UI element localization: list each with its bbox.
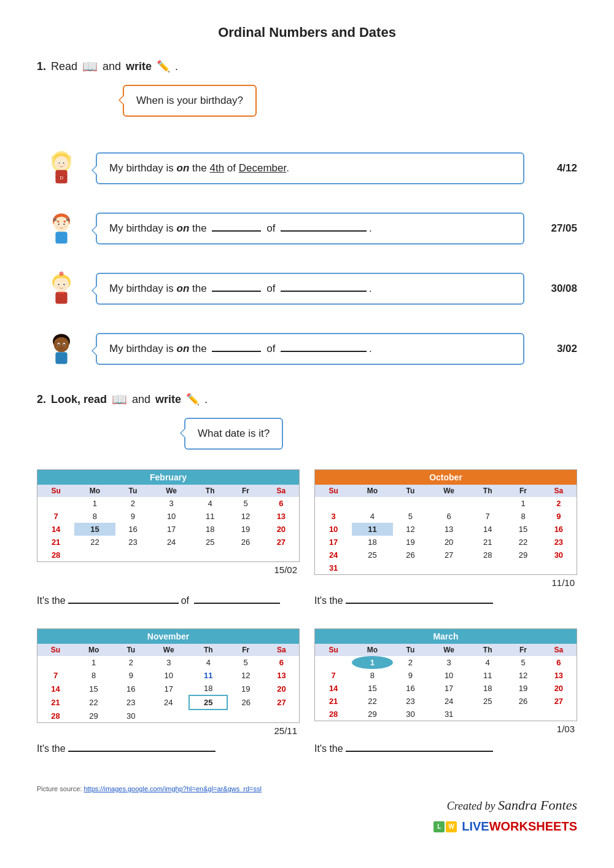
date-label-1: 4/12 <box>534 162 577 174</box>
pencil-icon-2: ✏️ <box>186 393 200 406</box>
lw-box-yellow: W <box>446 821 457 832</box>
answer-row-1: D My birthday is on the 4th of December.… <box>37 144 577 193</box>
answer-row-4: My birthday is on the of . 3/02 <box>37 324 577 373</box>
svg-rect-33 <box>55 292 67 303</box>
answer-row-3: My birthday is on the of . 30/08 <box>37 264 577 313</box>
and-label-1: and <box>103 60 121 73</box>
svg-point-39 <box>63 344 64 345</box>
cal-title-nov: November <box>37 629 299 644</box>
date-label-4: 3/02 <box>534 343 577 355</box>
lw-text: LIVEWORKSHEETS <box>462 819 577 834</box>
svg-point-32 <box>60 272 64 276</box>
svg-point-8 <box>64 165 66 166</box>
calendar-march: March Su Mo Tu We Th Fr Sa <box>314 628 577 736</box>
birthday-question-bubble: When is your birthday? <box>123 85 257 117</box>
date-label-2: 27/05 <box>534 222 577 235</box>
svg-point-40 <box>56 346 59 348</box>
answer-box-3: My birthday is on the of . <box>96 273 524 305</box>
lw-worksheets: WORKSHEETS <box>489 819 577 833</box>
footer: Picture source: https://images.google.co… <box>37 785 577 792</box>
write-label: write <box>126 60 152 73</box>
svg-rect-21 <box>53 219 56 221</box>
calendar-november: November Su Mo Tu We Th Fr Sa <box>37 628 300 736</box>
table-row: 24 25 26 27 28 29 30 <box>315 549 577 561</box>
table-row: 1 2 <box>315 497 577 510</box>
svg-point-7 <box>57 165 60 166</box>
section1-number: 1. <box>37 60 46 73</box>
cal-title-feb: February <box>37 470 299 485</box>
book-icon-2: 📖 <box>112 392 127 407</box>
svg-text:D: D <box>60 175 63 181</box>
answer-box-4: My birthday is on the of . <box>96 333 524 365</box>
avatar-2 <box>37 204 86 253</box>
table-row: 21 22 23 24 25 26 27 <box>315 695 577 708</box>
source-link[interactable]: https://images.google.com/imghp?hl=en&gl… <box>84 785 262 792</box>
section2-number: 2. <box>37 393 46 406</box>
read-label: Read <box>51 60 77 73</box>
cal-date-feb: 15/02 <box>37 565 300 575</box>
table-row: 7 8 9 10 11 12 13 <box>37 669 299 682</box>
section2-header: 2. Look, read 📖 and write ✏️ . <box>37 392 577 407</box>
table-row: 21 22 23 24 25 26 27 <box>37 536 299 549</box>
cal-table-mar: Su Mo Tu We Th Fr Sa 1 2 <box>315 644 577 721</box>
svg-point-17 <box>56 226 59 227</box>
svg-point-41 <box>64 346 66 348</box>
svg-rect-42 <box>55 352 67 364</box>
svg-point-2 <box>55 156 69 170</box>
svg-point-28 <box>58 284 59 285</box>
svg-point-31 <box>64 286 66 287</box>
table-row: 7 8 9 10 11 12 13 <box>315 669 577 682</box>
table-row: 14 15 16 17 18 19 20 <box>315 682 577 695</box>
creator-name: Sandra Fontes <box>498 797 577 813</box>
svg-rect-23 <box>55 232 67 243</box>
lw-logo: L W <box>433 821 457 832</box>
cal-table-feb: Su Mo Tu We Th Fr Sa 1 2 <box>37 485 299 561</box>
table-row: 1 2 3 4 5 6 <box>37 656 299 669</box>
cal-title-oct: October <box>315 470 577 485</box>
table-row: 28 29 30 <box>37 710 299 722</box>
answer-box-1: My birthday is on the 4th of December. <box>96 152 524 184</box>
answer-box-2: My birthday is on the of . <box>96 213 524 244</box>
lw-live: LIVE <box>462 819 489 833</box>
created-by-label: Created by <box>447 800 495 812</box>
and-label-2: and <box>132 393 150 406</box>
avatar-4 <box>37 324 86 373</box>
section-1: 1. Read 📖 and write ✏️ . When is your bi… <box>37 59 577 373</box>
table-row: 14 15 16 17 18 19 20 <box>37 682 299 695</box>
pencil-icon: ✏️ <box>157 60 170 73</box>
calendar-february: February Su Mo Tu We Th Fr Sa <box>37 469 300 588</box>
cal-table-oct: Su Mo Tu We Th Fr Sa <box>315 485 577 574</box>
avatar-3 <box>37 264 86 313</box>
answer-row-2: My birthday is on the of . 27/05 <box>37 204 577 253</box>
cal-table-nov: Su Mo Tu We Th Fr Sa 1 2 <box>37 644 299 722</box>
svg-point-19 <box>57 221 60 223</box>
table-row: 14 15 16 17 18 19 20 <box>37 523 299 536</box>
table-row: 28 <box>37 549 299 561</box>
table-row: 21 22 23 24 25 26 27 <box>37 695 299 710</box>
section-2: 2. Look, read 📖 and write ✏️ . What date… <box>37 392 577 767</box>
table-row: 17 18 19 20 21 22 23 <box>315 536 577 549</box>
creator-section: Created by Sandra Fontes <box>37 797 577 813</box>
table-row: 1 2 3 4 5 6 <box>315 656 577 669</box>
date-question-bubble: What date is it? <box>184 418 283 450</box>
cal-date-mar: 1/03 <box>314 724 577 734</box>
section1-header: 1. Read 📖 and write ✏️ . <box>37 59 577 74</box>
book-icon: 📖 <box>82 59 98 74</box>
table-row: 28 29 30 31 <box>315 708 577 721</box>
svg-point-15 <box>58 224 59 225</box>
date-label-3: 30/08 <box>534 283 577 295</box>
its-the-row-1: It's the of It's the <box>37 592 577 619</box>
table-row: 7 8 9 10 11 12 13 <box>37 510 299 523</box>
lw-box-green: L <box>433 821 445 832</box>
calendars-row-2: November Su Mo Tu We Th Fr Sa <box>37 628 577 736</box>
liveworksheets-branding: L W LIVEWORKSHEETS <box>37 819 577 834</box>
source-label: Picture source: <box>37 785 82 792</box>
svg-point-20 <box>64 221 66 223</box>
svg-point-5 <box>58 162 60 163</box>
calendar-october: October Su Mo Tu We Th Fr Sa <box>314 469 577 588</box>
svg-point-6 <box>63 162 64 163</box>
look-read-label: Look, read <box>51 393 107 406</box>
svg-point-35 <box>54 337 69 353</box>
svg-point-38 <box>58 344 59 345</box>
cal-date-oct: 11/10 <box>314 577 577 588</box>
